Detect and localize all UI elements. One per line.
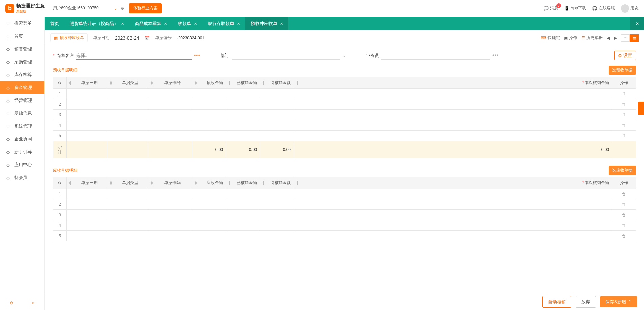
sidebar-item-5[interactable]: ◇资金管理 (0, 81, 44, 94)
wallet-icon: ◇ (5, 85, 11, 90)
salesman-input[interactable] (381, 51, 490, 60)
tab-1[interactable]: 进货单统计表（按商品）✕ (64, 17, 129, 30)
table-row[interactable]: 4🗑 (53, 220, 636, 231)
sidebar-item-9[interactable]: ◇企业协同 (0, 133, 44, 146)
auto-verify-button[interactable]: 自动核销 (542, 296, 571, 308)
col-prepay[interactable]: ▲▼预收金额 (192, 77, 226, 89)
close-icon[interactable]: ✕ (237, 22, 240, 26)
sidebar-item-label: 新手引导 (14, 149, 32, 155)
sidebar-item-12[interactable]: ◇畅会员 (0, 171, 44, 184)
settings-gear-icon[interactable]: ⚙ (9, 301, 13, 305)
sidebar-item-0[interactable]: ◇搜索菜单 (0, 17, 44, 30)
sidebar-item-3[interactable]: ◇采购管理 (0, 56, 44, 68)
close-icon[interactable]: ✕ (194, 22, 197, 26)
select-receivable-button[interactable]: 选应收单据 (609, 166, 636, 175)
table-row[interactable]: 3🗑 (53, 210, 636, 220)
customer-input[interactable] (76, 51, 192, 60)
app-download-link[interactable]: 📱 App下载 (564, 5, 586, 11)
trash-icon[interactable]: 🗑 (622, 223, 626, 228)
table-row[interactable]: 2🗑 (53, 199, 636, 210)
salesman-picker-icon[interactable]: ••• (492, 53, 499, 58)
col-receivable[interactable]: ▲▼应收金额 (192, 177, 226, 189)
settings-button[interactable]: ⚙ 设置 (614, 51, 636, 60)
sidebar-item-4[interactable]: ◇库存核算 (0, 68, 44, 81)
trash-icon[interactable]: 🗑 (622, 91, 626, 96)
select-prepay-button[interactable]: 选预收单据 (609, 66, 636, 75)
tab-5[interactable]: 预收冲应收单✕ (245, 17, 288, 30)
close-icon[interactable]: ✕ (121, 22, 124, 26)
sidebar-item-8[interactable]: ◇系统管理 (0, 120, 44, 133)
trash-icon[interactable]: 🗑 (622, 192, 626, 196)
calendar-icon[interactable]: 📅 (145, 36, 150, 40)
tab-3[interactable]: 收款单✕ (173, 17, 202, 30)
close-all-tabs[interactable]: ✕ (630, 17, 644, 30)
trash-icon[interactable]: 🗑 (622, 112, 626, 117)
col-verified[interactable]: ▲▼已核销金额 (226, 177, 260, 189)
dept-input[interactable] (232, 51, 340, 60)
col-code[interactable]: ▲▼单据编号 (148, 77, 192, 89)
operate-link[interactable]: ▣操作 (564, 35, 577, 41)
view-toggle: ≡ ▤ (621, 34, 639, 42)
sidebar-item-10[interactable]: ◇新手引导 (0, 146, 44, 158)
trash-icon[interactable]: 🗑 (622, 133, 626, 138)
close-icon[interactable]: ✕ (280, 22, 283, 26)
trash-icon[interactable]: 🗑 (622, 102, 626, 107)
tab-4[interactable]: 银行存取款单✕ (202, 17, 245, 30)
col-pending[interactable]: ▲▼待核销金额 (260, 177, 294, 189)
next-record[interactable]: ▶ (614, 36, 617, 40)
table-row[interactable]: 4🗑 (53, 120, 636, 131)
col-type[interactable]: ▲▼单据类型 (107, 77, 148, 89)
messages-link[interactable]: 💬 消息 5 (544, 5, 558, 11)
sidebar-item-11[interactable]: ◇应用中心 (0, 158, 44, 171)
solution-button[interactable]: 体验行业方案 (129, 3, 162, 13)
sidebar-item-1[interactable]: ◇首页 (0, 30, 44, 43)
col-date[interactable]: ▲▼单据日期 (67, 77, 107, 89)
shortcut-link[interactable]: ⌨快捷键 (541, 35, 560, 41)
table-row[interactable]: 1🗑 (53, 89, 636, 99)
sidebar-item-7[interactable]: ◇基础信息 (0, 107, 44, 120)
col-code[interactable]: ▲▼单据编码 (148, 177, 192, 189)
customer-picker-icon[interactable]: ••• (194, 53, 201, 58)
col-verified[interactable]: ▲▼已核销金额 (226, 77, 260, 89)
side-peek-tab[interactable] (638, 102, 644, 115)
close-icon[interactable]: ✕ (164, 22, 167, 26)
content-scroll[interactable]: * 结算客户 ••• 部门 ⌄ 业务员 ••• ⚙ 设置 (45, 45, 644, 310)
table-row[interactable]: 5🗑 (53, 231, 636, 241)
table-row[interactable]: 3🗑 (53, 110, 636, 120)
trash-icon[interactable]: 🗑 (622, 213, 626, 217)
col-type[interactable]: ▲▼单据类型 (107, 177, 148, 189)
table-row[interactable]: 5🗑 (53, 131, 636, 141)
discard-button[interactable]: 放弃 (576, 296, 596, 308)
doc-type-pill[interactable]: ▦ 预收冲应收单 (50, 33, 88, 42)
table-row[interactable]: 2🗑 (53, 99, 636, 110)
prev-record[interactable]: ◀ (607, 36, 610, 40)
logo[interactable]: b 畅捷通好生意 精易版 (5, 3, 46, 14)
online-service-link[interactable]: 🎧 在线客服 (592, 5, 615, 11)
trash-icon[interactable]: 🗑 (622, 234, 626, 238)
trash-icon[interactable]: 🗑 (622, 202, 626, 207)
chevron-down-icon[interactable]: ⌄ (343, 53, 346, 58)
col-this-verify[interactable]: ▲▼本次核销金额 (294, 177, 612, 189)
logo-icon: b (5, 4, 14, 13)
history-link[interactable]: ☲历史单据 (581, 35, 603, 41)
collapse-icon[interactable]: ⇤ (32, 301, 35, 305)
tab-2[interactable]: 商品成本重算✕ (129, 17, 173, 30)
sidebar-item-2[interactable]: ◇销售管理 (0, 43, 44, 56)
col-date[interactable]: ▲▼单据日期 (67, 177, 107, 189)
user-menu[interactable]: 用友 (621, 4, 639, 13)
keyboard-icon: ⌨ (541, 36, 546, 40)
gear-column[interactable]: ⚙ (53, 77, 67, 89)
table-row[interactable]: 1🗑 (53, 189, 636, 199)
date-value[interactable]: 2023-03-24 (115, 35, 139, 41)
save-new-button[interactable]: 保存&新增 ⌃ (600, 296, 637, 307)
col-pending[interactable]: ▲▼待核销金额 (260, 77, 294, 89)
gear-column[interactable]: ⚙ (53, 177, 67, 189)
trash-icon[interactable]: 🗑 (622, 123, 626, 128)
view-list[interactable]: ≡ (621, 34, 630, 42)
view-detail[interactable]: ▤ (630, 34, 639, 42)
company-select[interactable]: 用户690企业1660120750 ⌄ (53, 4, 117, 13)
sidebar-item-6[interactable]: ◇经营管理 (0, 94, 44, 107)
col-this-verify[interactable]: ▲▼本次核销金额 (294, 77, 612, 89)
tab-0[interactable]: 首页 (45, 17, 64, 30)
gear-icon[interactable]: ⚙ (121, 6, 124, 11)
